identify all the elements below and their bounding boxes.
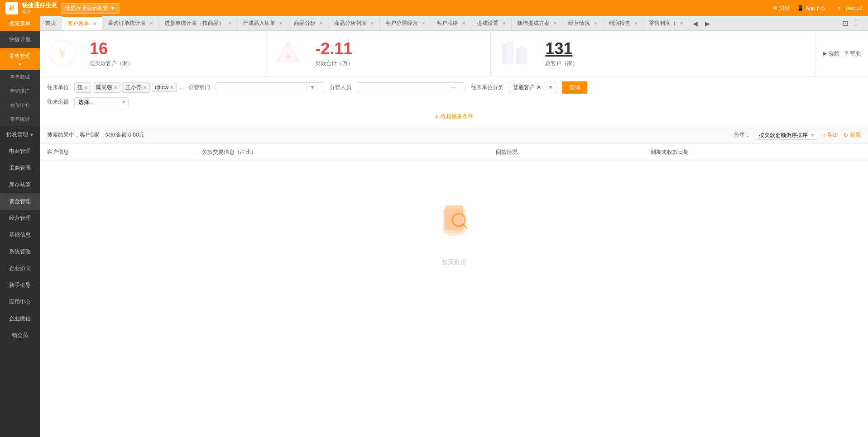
tab-home[interactable]: 首页 — [40, 16, 62, 31]
tab-close-operation[interactable]: ✕ — [594, 21, 597, 26]
sidebar-item-purchase[interactable]: 采购管理 — [0, 160, 40, 176]
svg-rect-5 — [520, 46, 525, 64]
sidebar-item-new-guide[interactable]: 新手引导 — [0, 277, 40, 294]
tab-stock-stats[interactable]: 进货单统计表（按商品） ✕ — [159, 16, 237, 31]
sidebar-item-system[interactable]: 系统管理 — [0, 243, 40, 260]
tab-close-new-raise[interactable]: ✕ — [553, 21, 557, 26]
filter-row-1: 往来单位 伍 ✕ 陈民强 ✕ 王小亮 ✕ — [47, 81, 861, 94]
tab-close-stock-stats[interactable]: ✕ — [228, 21, 231, 26]
table-header-row: 客户信息 欠款交易信息（占比） 回款情况 到期未收款日期 — [40, 144, 868, 161]
tab-close-raise-settings[interactable]: ✕ — [502, 21, 506, 26]
stat-debt: ✦ -2.11 欠款合计（万） — [265, 31, 491, 76]
tab-close-purchase-order[interactable]: ✕ — [149, 21, 153, 26]
balance-select[interactable]: 选择... — [74, 97, 129, 107]
sidebar-item-finance[interactable]: 资金管理 — [0, 193, 40, 210]
unit-class-dots[interactable]: ▼ — [545, 83, 556, 92]
tab-product-analysis-list[interactable]: 商品分析列表 ✕ — [329, 16, 380, 31]
person-dots[interactable]: ··· — [448, 83, 458, 92]
stat-total-customers: 131 总客户（家） — [491, 31, 815, 76]
sidebar-item-basic-info[interactable]: 基础信息 — [0, 227, 40, 243]
dept-label: 分管部门 — [188, 84, 210, 91]
col-customer-info: 客户信息 — [40, 144, 195, 161]
remove-tag-1[interactable]: ✕ — [114, 85, 117, 90]
sidebar-sub-member-center[interactable]: 会员中心 — [0, 98, 40, 112]
sidebar: 搜索菜单 快捷导航 零售管理 ▲ 零售商城 营销推广 会员中心 零售统计 批发管… — [0, 16, 40, 437]
refresh-btn[interactable]: ↻ 刷新 — [844, 131, 861, 139]
tab-customer-account[interactable]: 客户账本 ✕ — [62, 16, 102, 31]
col-debt-info: 欠款交易信息（占比） — [195, 144, 489, 161]
sidebar-item-ecommerce[interactable]: 电商管理 — [0, 143, 40, 160]
sidebar-sub-retail-mall[interactable]: 零售商城 — [0, 70, 40, 84]
tab-restore-btn[interactable]: ⊡ — [839, 18, 851, 28]
sidebar-item-inventory[interactable]: 库存核算 — [0, 176, 40, 193]
dept-input[interactable] — [216, 83, 307, 92]
sidebar-item-member[interactable]: 畅会员 — [0, 327, 40, 344]
stat-debt-value: -2.11 — [315, 40, 353, 58]
tab-customer-segment[interactable]: 客户分层经营 ✕ — [380, 16, 431, 31]
filter-collapse: ∧ 收起更多条件 — [47, 111, 861, 122]
remove-tag-0[interactable]: ✕ — [84, 85, 88, 90]
person-input[interactable] — [357, 83, 448, 92]
tab-close-customer-segment[interactable]: ✕ — [422, 21, 425, 26]
tab-product-stock[interactable]: 产成品入库单 ✕ — [237, 16, 288, 31]
stats-header: ¥ 16 总欠款客户（家） ✦ -2.11 — [40, 31, 868, 77]
col-payment-status: 回款情况 — [489, 144, 643, 161]
tab-retail-profit[interactable]: 零售利润（ ✕ — [643, 16, 689, 31]
tab-close-profit-report[interactable]: ✕ — [634, 21, 638, 26]
export-btn[interactable]: ↑ 导出 — [823, 131, 838, 139]
quick-nav[interactable]: 快捷导航 — [0, 31, 40, 48]
tab-next-btn[interactable]: ▶ — [701, 16, 714, 31]
tab-close-product-stock[interactable]: ✕ — [279, 21, 283, 26]
logo-text: 畅捷通好生意 — [22, 2, 57, 9]
remove-tag-3[interactable]: ✕ — [170, 85, 173, 90]
tab-actions: ⊡ ⛶ — [839, 18, 868, 28]
sidebar-sub-retail-stats[interactable]: 零售统计 — [0, 112, 40, 126]
tab-customer-contact[interactable]: 客户联络 ✕ — [431, 16, 471, 31]
data-table: 客户信息 欠款交易信息（占比） 回款情况 到期未收款日期 — [40, 144, 868, 161]
sidebar-sub-marketing[interactable]: 营销推广 — [0, 84, 40, 98]
unit-more[interactable]: ... — [178, 84, 183, 90]
tab-bar: 首页 客户账本 ✕ 采购订单统计表 ✕ 进货单统计表（按商品） ✕ 产成品入库单… — [40, 16, 868, 31]
sidebar-search[interactable]: 搜索菜单 — [0, 16, 40, 31]
tab-close-customer-account[interactable]: ✕ — [93, 21, 96, 26]
tab-close-retail-profit[interactable]: ✕ — [680, 21, 683, 26]
query-btn[interactable]: 查询 — [562, 81, 587, 94]
tab-operation[interactable]: 经营情况 ✕ — [563, 16, 603, 31]
sidebar-item-operations[interactable]: 经营管理 — [0, 210, 40, 227]
dept-input-group: ▼ — [216, 82, 324, 92]
tab-fullscreen-btn[interactable]: ⛶ — [852, 19, 864, 28]
tab-close-customer-contact[interactable]: ✕ — [462, 21, 465, 26]
unit-class-label: 往来单位分类 — [471, 84, 504, 91]
remove-tag-2[interactable]: ✕ — [143, 85, 147, 90]
sidebar-item-enterprise[interactable]: 企业协同 — [0, 260, 40, 277]
remove-unit-class[interactable]: ✕ — [537, 84, 541, 90]
stat-customers-label: 总欠款客户（家） — [90, 60, 133, 67]
filter-area: 往来单位 伍 ✕ 陈民强 ✕ 王小亮 ✕ — [40, 77, 868, 127]
user-avatar[interactable]: d demo2 — [833, 3, 863, 14]
tab-raise-settings[interactable]: 提成设置 ✕ — [471, 16, 512, 31]
tab-product-analysis[interactable]: 商品分析 ✕ — [288, 16, 329, 31]
unit-tag-0: 伍 ✕ — [74, 82, 91, 93]
sidebar-item-enterprise-wechat[interactable]: 企业微信 — [0, 310, 40, 327]
tab-new-raise[interactable]: 新增提成方案 ✕ — [512, 16, 563, 31]
sort-select[interactable]: 按欠款金额倒序排序 — [756, 131, 817, 140]
message-btn[interactable]: ✉ 消息 — [772, 5, 790, 12]
sidebar-item-app-center[interactable]: 应用中心 — [0, 294, 40, 310]
tab-prev-btn[interactable]: ◀ — [689, 16, 701, 31]
unit-tag-1: 陈民强 ✕ — [93, 82, 120, 93]
tab-close-product-analysis[interactable]: ✕ — [319, 21, 323, 26]
sidebar-item-batch[interactable]: 批发管理 ▼ — [0, 126, 40, 143]
dept-dots[interactable]: ▼ — [307, 83, 318, 92]
collapse-btn[interactable]: ∧ 收起更多条件 — [435, 113, 473, 120]
tab-profit-report[interactable]: 利润报告 ✕ — [603, 16, 643, 31]
tab-close-product-analysis-list[interactable]: ✕ — [370, 21, 374, 26]
account-dropdown[interactable]: 母婴行业演示账套 ▼ — [61, 3, 120, 14]
video-btn[interactable]: ▶ 视频 — [823, 50, 839, 57]
svg-text:✦: ✦ — [284, 52, 292, 62]
top-bar: 好 畅捷通好生意 标版 母婴行业演示账套 ▼ ✉ 消息 📱 App下载 d de… — [0, 0, 868, 16]
tab-purchase-order[interactable]: 采购订单统计表 ✕ — [102, 16, 159, 31]
sidebar-item-retail-mgmt[interactable]: 零售管理 ▲ — [0, 48, 40, 70]
person-label: 分管人员 — [330, 84, 351, 91]
app-download-btn[interactable]: 📱 App下载 — [797, 5, 826, 12]
help-btn[interactable]: ? 帮助 — [845, 50, 861, 57]
